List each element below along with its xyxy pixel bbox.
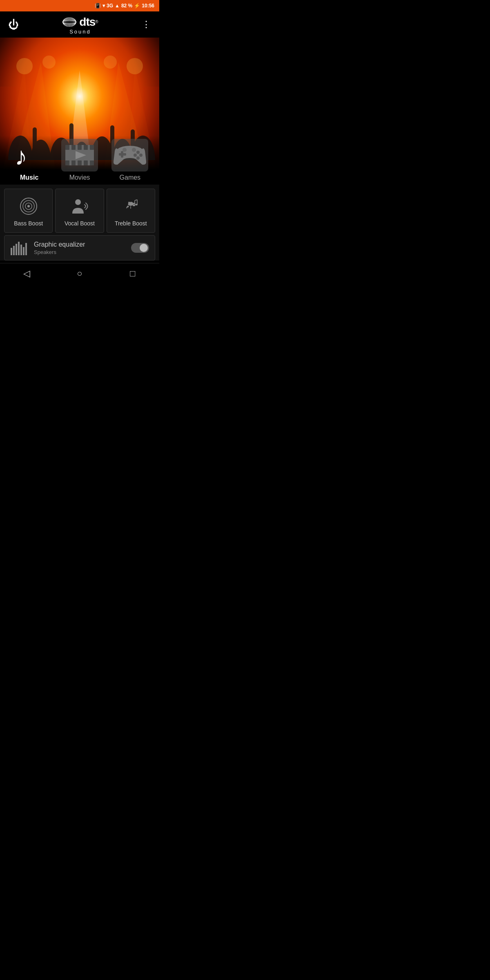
music-icon: ♪: [13, 140, 46, 170]
treble-boost-card[interactable]: Treble Boost: [107, 189, 155, 233]
concert-image-area: ♪ Music: [0, 38, 159, 185]
games-icon: [111, 141, 148, 169]
svg-line-56: [135, 200, 137, 200]
svg-point-44: [136, 156, 140, 160]
recents-button[interactable]: □: [120, 265, 145, 282]
svg-rect-35: [71, 160, 76, 165]
mode-movies[interactable]: Movies: [54, 139, 105, 181]
svg-point-46: [132, 148, 136, 152]
dts-disc-icon: [62, 15, 77, 29]
movies-icon-wrap: [61, 139, 98, 172]
movies-icon: [63, 141, 96, 169]
power-button[interactable]: ⏻: [8, 18, 19, 31]
effects-grid: Bass Boost Vocal Boost: [4, 189, 155, 233]
bass-boost-card[interactable]: Bass Boost: [4, 189, 53, 233]
equalizer-toggle[interactable]: [131, 243, 149, 253]
svg-rect-64: [23, 247, 24, 255]
svg-point-52: [128, 202, 130, 203]
vocal-boost-icon: [69, 196, 90, 216]
svg-point-0: [63, 20, 76, 24]
svg-rect-59: [11, 248, 12, 255]
svg-rect-63: [20, 245, 22, 255]
equalizer-info: Graphic equalizer Speakers: [34, 241, 125, 255]
status-icons: 📳 ▾ 3G ▲ 82 % ⚡ 10:56: [95, 3, 154, 9]
vocal-boost-label: Vocal Boost: [65, 220, 95, 227]
charging-icon: ⚡: [134, 3, 140, 9]
more-options-button[interactable]: ⋮: [142, 19, 151, 30]
bass-boost-label: Bass Boost: [14, 220, 43, 227]
nav-bar: ◁ ○ □: [0, 263, 159, 283]
battery-label: 82 %: [121, 3, 132, 9]
svg-rect-33: [78, 145, 82, 150]
svg-rect-62: [18, 242, 20, 255]
svg-point-12: [127, 58, 143, 74]
toggle-knob: [140, 244, 148, 252]
svg-rect-61: [16, 244, 17, 255]
svg-rect-30: [65, 160, 69, 165]
svg-text:♪: ♪: [15, 142, 27, 170]
svg-rect-60: [13, 246, 15, 255]
mode-music-label: Music: [20, 174, 38, 181]
equalizer-icon: [10, 240, 28, 256]
home-button[interactable]: ○: [67, 265, 92, 282]
equalizer-row[interactable]: Graphic equalizer Speakers: [4, 235, 155, 261]
mode-games[interactable]: Games: [105, 139, 155, 181]
mode-selector: ♪ Music: [0, 139, 159, 185]
svg-point-42: [139, 154, 143, 157]
svg-rect-40: [121, 151, 123, 158]
svg-point-10: [42, 56, 56, 69]
svg-rect-28: [65, 145, 69, 150]
svg-point-11: [104, 56, 117, 69]
mode-games-label: Games: [120, 174, 141, 181]
svg-point-9: [16, 58, 33, 74]
vibrate-icon: 📳: [95, 3, 101, 9]
mode-movies-label: Movies: [69, 174, 90, 181]
music-icon-wrap: ♪: [11, 139, 48, 172]
svg-point-55: [133, 205, 135, 206]
signal-icon: ▲: [115, 3, 120, 9]
games-icon-wrap: [111, 139, 148, 172]
mode-music[interactable]: ♪ Music: [4, 139, 54, 181]
svg-rect-29: [90, 145, 94, 150]
svg-point-45: [122, 148, 127, 152]
vocal-boost-card[interactable]: Vocal Boost: [55, 189, 104, 233]
treble-boost-icon: [120, 196, 141, 216]
svg-point-58: [135, 204, 138, 205]
svg-point-3: [63, 21, 76, 23]
svg-point-50: [27, 205, 30, 207]
svg-rect-37: [84, 160, 88, 165]
dts-brand-text: dts: [79, 16, 95, 28]
equalizer-title: Graphic equalizer: [34, 241, 125, 248]
svg-rect-32: [71, 145, 76, 150]
time-label: 10:56: [142, 3, 154, 9]
svg-rect-31: [90, 160, 94, 165]
bass-boost-icon: [18, 196, 39, 216]
network-label: 3G: [107, 3, 113, 9]
equalizer-subtitle: Speakers: [34, 249, 125, 255]
dts-sound-label: Sound: [69, 29, 91, 35]
svg-point-41: [136, 151, 140, 154]
svg-rect-65: [25, 243, 27, 255]
app-header: ⏻ dts® Sound ⋮: [0, 11, 159, 38]
effects-section: Bass Boost Vocal Boost: [0, 185, 159, 261]
status-bar: 📳 ▾ 3G ▲ 82 % ⚡ 10:56: [0, 0, 159, 11]
dts-logo: dts® Sound: [62, 15, 98, 35]
back-button[interactable]: ◁: [14, 265, 39, 282]
wifi-icon: ▾: [102, 3, 105, 9]
svg-rect-36: [78, 160, 82, 165]
svg-point-43: [134, 154, 137, 157]
svg-rect-34: [84, 145, 88, 150]
svg-point-51: [75, 199, 81, 205]
treble-boost-label: Treble Boost: [115, 220, 147, 227]
